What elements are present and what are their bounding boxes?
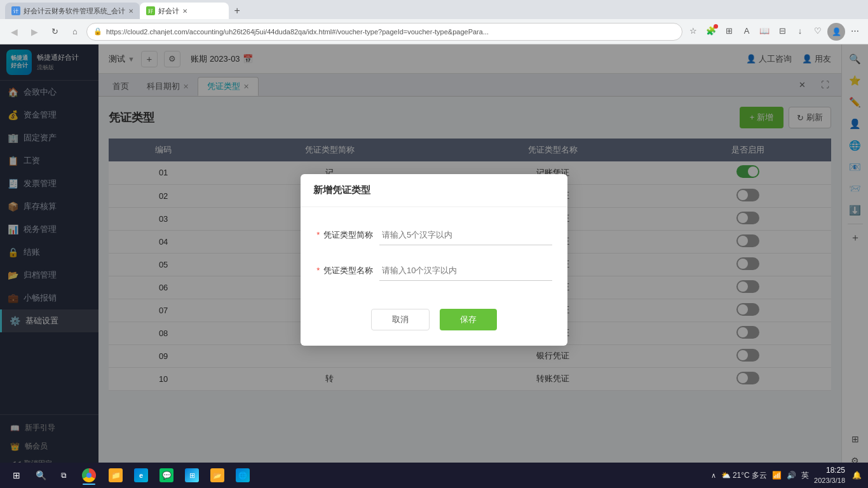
tab1-title: 好会计云财务软件管理系统_会计 [24,6,125,16]
taskbar-edge-button[interactable]: e [130,464,153,487]
taskbar-right: ∧ ⛅ 21°C 多云 📶 🔊 英 18:25 2023/3/18 🔔 [711,465,863,485]
name-input[interactable] [379,261,552,281]
taskbar-chrome-button[interactable] [76,464,102,487]
address-text: https://cloud2.chanjet.com/accounting/uh… [106,28,489,36]
name-label: * 凭证类型名称 [316,265,373,276]
split-button[interactable]: ⊟ [774,23,790,39]
modal-header: 新增凭证类型 [301,174,567,207]
browser-tabs-bar: 计 好会计云财务软件管理系统_会计 ✕ 好 好会计 ✕ + [0,0,868,19]
taskbar-folder-button[interactable]: 📂 [206,464,229,487]
taskbar-sound-icon[interactable]: 🔊 [787,471,796,480]
taskbar-expand-icon[interactable]: ∧ [711,471,716,480]
modal-footer: 取消 保存 [301,301,567,346]
start-button[interactable]: ⊞ [5,465,28,485]
modal-dialog: 新增凭证类型 * 凭证类型简称 * 凭证类型名称 [301,174,567,346]
taskbar-search-button[interactable]: 🔍 [31,465,51,485]
tab1-close-icon[interactable]: ✕ [128,8,133,15]
translate-button[interactable]: A [738,23,755,39]
taskbar-weather: ⛅ 21°C 多云 [721,470,767,481]
taskbar-time: 18:25 [814,465,845,476]
modal-overlay: 新增凭证类型 * 凭证类型简称 * 凭证类型名称 [0,44,868,475]
save-button[interactable]: ↓ [792,23,808,39]
menu-button[interactable]: ⋯ [846,23,863,39]
modal-body: * 凭证类型简称 * 凭证类型名称 [301,207,567,301]
profile-button[interactable]: 👤 [827,23,845,41]
reload-button[interactable]: ↻ [46,23,64,41]
cancel-button[interactable]: 取消 [371,309,430,330]
lock-icon: 🔒 [93,27,102,36]
home-button[interactable]: ⌂ [66,23,84,41]
extension-button[interactable]: 🧩 [703,23,719,39]
taskbar-network-icon[interactable]: 📶 [772,471,782,480]
read-button[interactable]: 📖 [756,23,773,39]
browser-toolbar: ◀ ▶ ↻ ⌂ 🔒 https://cloud2.chanjet.com/acc… [0,19,868,44]
taskbar: ⊞ 🔍 ⧉ 📁 e 💬 ⊞ 📂 🌐 ∧ ⛅ 21°C 多云 📶 🔊 英 1 [0,463,868,488]
forward-button[interactable]: ▶ [25,23,43,41]
taskbar-edge2-button[interactable]: 🌐 [231,464,254,487]
taskbar-date: 2023/3/18 [814,476,845,485]
taskbar-sys-icons: ∧ [711,471,716,480]
taskbar-time-area[interactable]: 18:25 2023/3/18 [814,465,845,485]
star-button[interactable]: ☆ [685,23,702,39]
taskbar-wechat-button[interactable]: 💬 [155,464,178,487]
collection2-button[interactable]: ♡ [810,23,826,39]
browser-tab-2[interactable]: 好 好会计 ✕ [140,3,229,19]
abbr-field-row: * 凭证类型简称 [316,225,552,245]
taskbar-lang[interactable]: 英 [801,470,809,481]
taskbar-file-explorer[interactable]: 📁 [104,464,127,487]
taskbar-multiview-button[interactable]: ⧉ [53,465,74,485]
name-field-row: * 凭证类型名称 [316,261,552,281]
back-button[interactable]: ◀ [5,23,23,41]
tab2-close-icon[interactable]: ✕ [182,8,187,15]
address-bar[interactable]: 🔒 https://cloud2.chanjet.com/accounting/… [86,23,682,41]
collection-button[interactable]: ⊞ [721,23,737,39]
browser-tab-1[interactable]: 计 好会计云财务软件管理系统_会计 ✕ [5,3,140,19]
new-tab-button[interactable]: + [229,3,245,19]
abbr-input[interactable] [379,225,552,245]
abbr-label: * 凭证类型简称 [316,229,373,241]
modal-title: 新增凭证类型 [313,184,370,195]
taskbar-store-button[interactable]: ⊞ [180,464,203,487]
taskbar-notification-button[interactable]: 🔔 [850,469,863,482]
tab2-title: 好会计 [158,6,179,16]
save-button[interactable]: 保存 [440,309,497,330]
browser-chrome: 计 好会计云财务软件管理系统_会计 ✕ 好 好会计 ✕ + ◀ ▶ ↻ ⌂ 🔒 … [0,0,868,44]
